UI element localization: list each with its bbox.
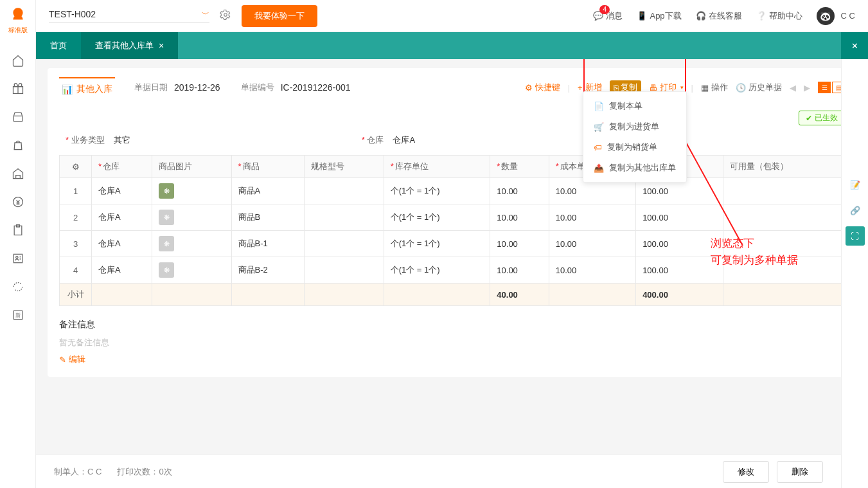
col-warehouse: *仓库: [92, 156, 152, 178]
delete-button[interactable]: 删除: [777, 461, 823, 483]
document-card: 📊 其他入库 单据日期 2019-12-26 单据编号 IC-20191226-…: [48, 68, 856, 377]
history-button[interactable]: 🕓历史单据: [736, 82, 782, 93]
company-name: TEST-H002: [49, 9, 96, 19]
copy-this-doc[interactable]: 📄复制本单: [583, 96, 686, 116]
tab-view-inbound[interactable]: 查看其他入库单 ×: [81, 32, 178, 59]
col-settings[interactable]: ⚙: [60, 156, 92, 178]
col-spec: 规格型号: [305, 156, 384, 178]
nav-sync-icon[interactable]: [10, 279, 26, 294]
items-table: ⚙ *仓库 商品图片 *商品 规格型号 *库存单位 *数量 *成本单价 *成本金…: [59, 155, 845, 306]
footer: 制单人：C C 打印次数：0次 修改 删除: [36, 455, 841, 488]
rail-link-icon[interactable]: 🔗: [846, 201, 865, 220]
right-rail: 📝 🔗 ⛶: [841, 59, 868, 488]
doc-icon: 📄: [594, 102, 604, 111]
app-download-link[interactable]: 📱 App下载: [637, 10, 681, 22]
grid-icon: ▦: [701, 83, 709, 93]
svg-point-8: [224, 14, 227, 17]
annotation-text: 浏览态下可复制为多种单据: [711, 235, 798, 268]
col-product: *商品: [231, 156, 305, 178]
message-badge: 4: [599, 5, 610, 14]
copy-as-purchase[interactable]: 🛒复制为进货单: [583, 116, 686, 137]
nav-warehouse-icon[interactable]: [10, 166, 26, 181]
inbound-icon: 📊: [62, 84, 73, 95]
logo-icon: [8, 5, 28, 24]
nav-money-icon[interactable]: [10, 194, 26, 210]
creator-info: 制单人：C C: [54, 466, 102, 478]
table-row[interactable]: 1 仓库A ❋ 商品A 个(1个 = 1个) 10.00 10.00 100.0…: [60, 178, 845, 204]
messages-link[interactable]: 💬 消息 4: [593, 10, 623, 22]
number-value: IC-20191226-001: [281, 82, 351, 93]
status-badge: ✔已生效: [799, 111, 845, 125]
col-qty: *数量: [490, 156, 549, 178]
close-icon[interactable]: ×: [159, 41, 164, 51]
remarks-empty: 暂无备注信息: [59, 337, 845, 348]
headset-icon: 🎧: [696, 11, 706, 21]
date-value: 2019-12-26: [174, 82, 220, 93]
cart-icon: 🛒: [594, 122, 604, 132]
phone-icon: 📱: [637, 11, 647, 21]
support-link[interactable]: 🎧 在线客服: [696, 10, 742, 22]
help-icon: ❔: [756, 11, 766, 21]
doc-type-tab[interactable]: 📊 其他入库: [59, 77, 115, 98]
company-selector[interactable]: TEST-H002 ﹀: [49, 9, 209, 23]
nav-contact-icon[interactable]: [10, 251, 26, 266]
copy-as-sales[interactable]: 🏷复制为销货单: [583, 137, 686, 158]
edit-remarks-link[interactable]: ✎编辑: [59, 354, 845, 365]
close-all-tabs[interactable]: ✕: [841, 32, 868, 59]
col-available: 可用量（包装）: [723, 156, 844, 178]
user-menu[interactable]: 🐼 C C: [817, 7, 855, 25]
rail-expand-icon[interactable]: ⛶: [846, 226, 865, 246]
remarks-title: 备注信息: [59, 319, 845, 330]
date-label: 单据日期: [134, 82, 168, 93]
plus-icon: +: [578, 83, 583, 93]
topbar: TEST-H002 ﹀ 我要体验一下 💬 消息 4 📱 App下载 🎧: [36, 0, 868, 32]
trial-button[interactable]: 我要体验一下: [242, 5, 317, 27]
nav-bag-icon[interactable]: [10, 138, 26, 153]
rail-note-icon[interactable]: 📝: [846, 175, 865, 194]
settings-icon[interactable]: [220, 9, 231, 23]
nav-home-icon[interactable]: [10, 53, 26, 68]
edit-icon: ✎: [59, 355, 66, 365]
svg-point-5: [15, 257, 17, 258]
list-view-toggle[interactable]: ☰: [818, 82, 831, 93]
warehouse-value: 仓库A: [393, 134, 415, 146]
nav-clipboard-icon[interactable]: [10, 222, 26, 238]
tabs-row: 首页 查看其他入库单 × ✕: [36, 32, 868, 59]
biz-type-label: * 业务类型: [66, 134, 105, 146]
help-link[interactable]: ❔ 帮助中心: [756, 10, 802, 22]
sidebar: 标准版 新: [0, 0, 36, 488]
avatar: 🐼: [817, 7, 835, 25]
tab-home[interactable]: 首页: [36, 32, 81, 59]
logo-subtitle: 标准版: [8, 26, 28, 35]
next-button[interactable]: ▶: [804, 83, 810, 93]
ops-button[interactable]: ▦操作: [701, 82, 728, 93]
gear-icon: ⚙: [525, 83, 533, 93]
nav-store-icon[interactable]: [10, 109, 26, 125]
col-unit: *库存单位: [384, 156, 490, 178]
gear-icon: ⚙: [72, 162, 80, 172]
modify-button[interactable]: 修改: [723, 461, 769, 483]
check-icon: ✔: [806, 114, 812, 123]
svg-rect-4: [13, 254, 22, 262]
prev-button[interactable]: ◀: [790, 83, 796, 93]
out-icon: 📤: [594, 163, 604, 173]
number-label: 单据编号: [241, 82, 274, 93]
biz-type-value: 其它: [114, 134, 130, 146]
chevron-down-icon: ﹀: [202, 9, 209, 20]
subtotal-row: 小计40.00400.00: [60, 284, 845, 306]
nav-new-icon[interactable]: 新: [10, 307, 26, 323]
shortcut-button[interactable]: ⚙快捷键: [525, 82, 560, 93]
col-image: 商品图片: [152, 156, 231, 178]
svg-text:新: 新: [15, 312, 21, 318]
copy-as-outbound[interactable]: 📤复制为其他出库单: [583, 158, 686, 178]
warehouse-label: * 仓库: [362, 134, 384, 146]
table-row[interactable]: 2 仓库A ❋ 商品B 个(1个 = 1个) 10.00 10.00 100.0…: [60, 204, 845, 231]
copy-dropdown: 📄复制本单 🛒复制为进货单 🏷复制为销货单 📤复制为其他出库单: [583, 91, 687, 183]
print-count-info: 打印次数：0次: [117, 466, 172, 478]
chevron-down-icon: ▾: [680, 84, 684, 91]
nav-gift-icon[interactable]: [10, 81, 26, 96]
tag-icon: 🏷: [594, 143, 602, 152]
history-icon: 🕓: [736, 83, 746, 93]
